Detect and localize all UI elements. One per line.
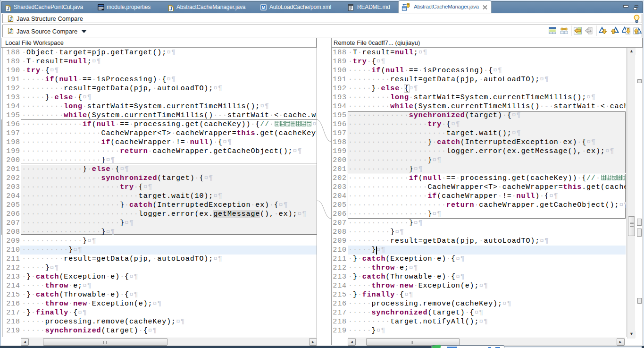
svg-text:J: J bbox=[7, 6, 9, 11]
svg-text:J: J bbox=[9, 17, 12, 22]
svg-text:M: M bbox=[262, 5, 265, 10]
svg-text:J: J bbox=[169, 6, 172, 11]
svg-text:J: J bbox=[9, 29, 12, 34]
